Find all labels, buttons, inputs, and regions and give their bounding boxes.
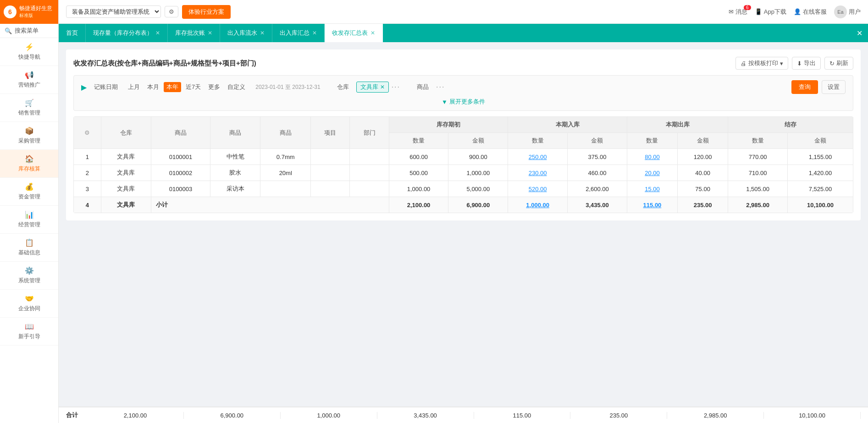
filter-expand-toggle[interactable]: ▶	[81, 83, 87, 92]
page-title: 收发存汇总表(按仓库+商品编码+商品+规格型号+项目+部门)	[73, 59, 256, 68]
expand-conditions-button[interactable]: ▼ 展开更多条件	[442, 98, 485, 106]
sidebar-item-search[interactable]: 🔍 搜索菜单	[0, 24, 58, 38]
date-btn-custom[interactable]: 自定义	[225, 82, 248, 92]
row-warehouse: 文具库	[101, 181, 151, 197]
sidebar-item-guide[interactable]: 📖 新手引导	[0, 318, 58, 346]
row-code: 0100001	[151, 149, 210, 165]
total-label: 合计	[66, 411, 78, 419]
gear-settings-button[interactable]: ⚙	[165, 6, 178, 17]
col-gear[interactable]: ⚙	[74, 117, 101, 149]
sidebar-item-basic-info[interactable]: 📋 基础信息	[0, 234, 58, 262]
operations-label: 经营管理	[18, 221, 40, 229]
tab-collect-summary-close[interactable]: ✕	[370, 30, 375, 36]
row-no: 3	[74, 181, 101, 197]
tab-in-out-flow[interactable]: 出入库流水 ✕	[220, 24, 272, 42]
sales-icon: 🛒	[25, 99, 34, 107]
row-dept	[350, 181, 389, 197]
tab-inventory-dist-close[interactable]: ✕	[155, 30, 160, 36]
sidebar-item-system[interactable]: ⚙️ 系统管理	[0, 262, 58, 290]
tab-collect-summary[interactable]: 收发存汇总表 ✕	[325, 24, 383, 42]
guide-icon: 📖	[25, 322, 34, 331]
date-btn-this-month[interactable]: 本月	[144, 82, 162, 92]
export-label: 导出	[804, 59, 816, 67]
sidebar-item-purchase[interactable]: 📦 采购管理	[0, 122, 58, 150]
refresh-label: 刷新	[836, 59, 848, 67]
date-btn-this-year[interactable]: 本年	[164, 82, 181, 92]
query-button[interactable]: 查询	[791, 80, 818, 94]
total-open-amt: 6,900.00	[184, 412, 281, 419]
sidebar-item-finance[interactable]: 💰 资金管理	[0, 178, 58, 206]
goods-more-button[interactable]: ···	[436, 83, 445, 91]
row-dept	[350, 149, 389, 165]
sidebar-item-operations[interactable]: 📊 经营管理	[0, 206, 58, 234]
row-project	[311, 165, 350, 181]
purchase-icon: 📦	[25, 126, 34, 135]
user-label: 用户	[849, 8, 861, 16]
tabbar-close-all-button[interactable]: ✕	[851, 29, 868, 38]
subtotal-in-qty[interactable]: 1,000.00	[508, 197, 568, 213]
tab-batch-account-close[interactable]: ✕	[208, 30, 212, 36]
col-group-out: 本期出库	[627, 117, 728, 133]
enterprise-icon: 🤝	[25, 294, 34, 303]
tab-in-out-summary-close[interactable]: ✕	[312, 30, 317, 36]
filter-bar: ▶ 记账日期 上月 本月 本年 近7天 更多 自定义 2023-01-01 至 …	[73, 75, 853, 111]
subtotal-open-amt: 6,900.00	[448, 197, 508, 213]
row-out-qty[interactable]: 15.00	[627, 181, 677, 197]
system-title-select[interactable]: 装备及固定资产辅助管理系统	[66, 5, 161, 18]
tab-inventory-dist[interactable]: 现存量（库存分布表） ✕	[86, 24, 168, 42]
tab-in-out-summary[interactable]: 出入库汇总 ✕	[272, 24, 325, 42]
sidebar-item-marketing[interactable]: 📢 营销推广	[0, 66, 58, 94]
total-in-qty: 1,000.00	[281, 412, 377, 419]
app-download-button[interactable]: 📱 App下载	[755, 8, 786, 16]
refresh-button[interactable]: ↻ 刷新	[824, 57, 853, 70]
content-area: 收发存汇总表(按仓库+商品编码+商品+规格型号+项目+部门) 🖨 按模板打印 ▾…	[59, 42, 868, 407]
quick-nav-icon: ⚡	[25, 43, 34, 51]
tab-batch-account[interactable]: 库存批次账 ✕	[168, 24, 220, 42]
sidebar-item-enterprise[interactable]: 🤝 企业协同	[0, 290, 58, 318]
warehouse-more-button[interactable]: ···	[392, 83, 400, 91]
date-btn-more[interactable]: 更多	[205, 82, 223, 92]
table-container: ⚙ 仓库 商品 商品 商品 项目 部门 库存期初 本期入库 本期出库 结存	[73, 116, 853, 213]
subtotal-out-qty[interactable]: 115.00	[627, 197, 677, 213]
row-bal-qty: 710.00	[728, 165, 788, 181]
row-in-qty[interactable]: 250.00	[508, 149, 568, 165]
message-count-badge: 6	[744, 5, 751, 10]
row-out-qty[interactable]: 80.00	[627, 149, 677, 165]
row-in-qty[interactable]: 230.00	[508, 165, 568, 181]
col-goods-spec-header: 商品	[260, 117, 311, 149]
demo-button[interactable]: 体验行业方案	[182, 5, 231, 19]
row-name: 采访本	[210, 181, 260, 197]
tab-home[interactable]: 首页	[59, 24, 86, 42]
date-filter-label: 记账日期	[94, 83, 118, 91]
user-menu-button[interactable]: Ea 用户	[834, 5, 861, 18]
filter-settings-button[interactable]: 设置	[822, 80, 846, 94]
row-in-qty[interactable]: 520.00	[508, 181, 568, 197]
phone-icon: 📱	[755, 8, 762, 15]
date-buttons: 上月 本月 本年 近7天 更多 自定义	[125, 82, 248, 92]
export-button[interactable]: ⬇ 导出	[792, 57, 821, 70]
date-btn-7days[interactable]: 近7天	[183, 82, 204, 92]
message-button[interactable]: ✉ 消息 6	[729, 8, 747, 16]
row-code: 0100002	[151, 165, 210, 181]
row-spec: 0.7mm	[260, 149, 311, 165]
date-btn-last-month[interactable]: 上月	[125, 82, 143, 92]
warehouse-filter-label: 仓库	[337, 83, 349, 91]
subtotal-bal-amt: 10,100.00	[787, 197, 853, 213]
sidebar: 6 畅捷通好生意 标准版 🔍 搜索菜单 ⚡ 快捷导航 📢 营销推广 🛒 销售管理…	[0, 0, 59, 423]
row-project	[311, 181, 350, 197]
sidebar-item-quick-nav[interactable]: ⚡ 快捷导航	[0, 38, 58, 66]
row-bal-qty: 770.00	[728, 149, 788, 165]
warehouse-tag-remove[interactable]: ✕	[380, 84, 385, 90]
print-button[interactable]: 🖨 按模板打印 ▾	[735, 57, 788, 70]
tab-home-label: 首页	[66, 29, 78, 37]
online-service-button[interactable]: 👤 在线客服	[794, 8, 827, 16]
sidebar-item-inventory[interactable]: 🏠 库存核算	[0, 150, 58, 178]
row-out-qty[interactable]: 20.00	[627, 165, 677, 181]
row-out-amt: 75.00	[678, 181, 728, 197]
tab-inventory-dist-label: 现存量（库存分布表）	[93, 29, 153, 37]
sidebar-item-sales[interactable]: 🛒 销售管理	[0, 94, 58, 122]
page-actions: 🖨 按模板打印 ▾ ⬇ 导出 ↻ 刷新	[735, 57, 853, 70]
col-out-qty-header: 数量	[627, 133, 677, 149]
tab-in-out-flow-close[interactable]: ✕	[260, 30, 265, 36]
subtotal-label: 小计	[151, 197, 389, 213]
